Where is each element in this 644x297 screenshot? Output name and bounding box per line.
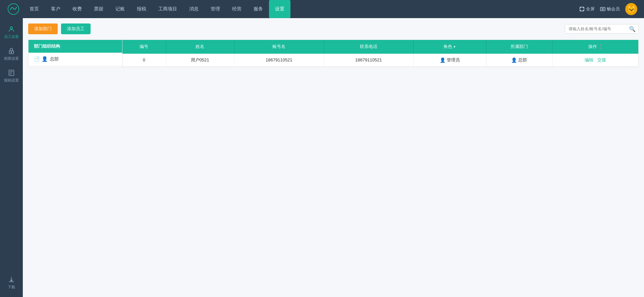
nav-item-设置[interactable]: 设置 [269,0,290,18]
nav-item-客户[interactable]: 客户 [45,0,66,18]
role-person-icon: 👤 [440,57,445,63]
nav-item-首页[interactable]: 首页 [23,0,45,18]
dept-label: 总部 [518,57,527,63]
nav-item-票据[interactable]: 票据 [88,0,109,18]
folder-icon: 📄 [34,56,40,62]
col-header-dept: 所属部门 [486,40,552,54]
logo [3,0,23,18]
svg-point-4 [10,27,12,29]
svg-rect-5 [10,27,12,27]
nav-item-报税[interactable]: 报税 [131,0,152,18]
col-header-account: 账号名 [234,40,324,54]
nav-item-记账[interactable]: 记账 [109,0,131,18]
cell-id: 0 [122,54,166,67]
col-header-phone: 联系电话 [324,40,413,54]
nav-item-经营[interactable]: 经营 [226,0,248,18]
col-header-id: 编号 [122,40,166,54]
search-button[interactable]: 🔍 [626,26,638,32]
cell-actions: 编辑交接 [552,54,638,67]
add-employee-button[interactable]: 添加员工 [61,23,91,34]
nav-item-工商项目[interactable]: 工商项目 [152,0,183,18]
sidebar-item-download[interactable]: 下载 [0,272,23,294]
sidebar-label-employee: 员工设置 [4,34,19,39]
add-dept-button[interactable]: 添加部门 [28,23,58,34]
nav-items: 首页客户收费票据记账报税工商项目消息管理经营服务设置 [23,0,579,18]
toolbar: 添加部门 添加员工 🔍 [28,23,639,34]
col-header-action: 操作 ▲ ▼ [552,40,638,54]
nav-item-管理[interactable]: 管理 [205,0,226,18]
panel-layout: 部门组织结构 📄 👤 总部 编号 姓名 账号名 联系电话 [28,40,639,67]
sidebar: 员工设置 权限设置 报税设置 下载 [0,18,23,297]
fullscreen-button[interactable]: 全屏 [579,6,595,12]
nav-right: 全屏 畅会员 🐱 [579,3,637,15]
member-button[interactable]: 畅会员 [600,6,620,12]
role-label: 管理员 [447,57,460,63]
action-编辑[interactable]: 编辑 [585,57,593,62]
col-header-name: 姓名 [166,40,234,54]
svg-point-7 [11,52,12,53]
top-nav: 首页客户收费票据记账报税工商项目消息管理经营服务设置 全屏 畅会员 🐱 [0,0,644,18]
svg-point-3 [602,8,603,10]
table-header-row: 编号 姓名 账号名 联系电话 角色 ▼ 所属部门 [122,40,638,54]
sidebar-label-tax: 报税设置 [4,78,19,83]
member-label: 畅会员 [607,6,620,12]
org-panel: 部门组织结构 📄 👤 总部 [29,40,122,67]
action-交接[interactable]: 交接 [597,57,606,62]
org-panel-header: 部门组织结构 [29,40,122,53]
table-panel: 编号 姓名 账号名 联系电话 角色 ▼ 所属部门 [122,40,638,67]
cell-dept: 👤 总部 [486,54,552,67]
cell-name: 用户0521 [166,54,234,67]
nav-item-消息[interactable]: 消息 [183,0,205,18]
table-row: 0 用户0521 18679110521 18679110521 👤 管理员 👤… [122,54,638,67]
cell-phone: 18679110521 [324,54,413,67]
nav-item-收费[interactable]: 收费 [66,0,88,18]
role-filter[interactable]: 角色 ▼ [443,44,456,50]
person-icon: 👤 [42,56,48,62]
sidebar-item-employee[interactable]: 员工设置 [0,21,23,43]
org-tree-item[interactable]: 📄 👤 总部 [29,53,122,66]
avatar[interactable]: 🐱 [625,3,637,15]
sidebar-item-tax[interactable]: 报税设置 [0,65,23,87]
main-layout: 员工设置 权限设置 报税设置 下载 [0,18,644,297]
svg-rect-2 [600,7,605,11]
org-item-label: 总部 [50,56,59,62]
fullscreen-label: 全屏 [586,6,595,12]
sidebar-item-permission[interactable]: 权限设置 [0,43,23,65]
employee-table: 编号 姓名 账号名 联系电话 角色 ▼ 所属部门 [122,40,638,67]
dept-person-icon: 👤 [511,57,517,63]
cell-role: 👤 管理员 [413,54,486,67]
filter-icon: ▼ [453,45,456,49]
sidebar-label-permission: 权限设置 [4,56,19,61]
search-input[interactable] [565,24,626,33]
content-area: 添加部门 添加员工 🔍 部门组织结构 📄 👤 总部 [23,18,644,297]
search-box: 🔍 [565,24,639,34]
sidebar-label-download: 下载 [8,285,15,290]
nav-item-服务[interactable]: 服务 [248,0,269,18]
cell-account: 18679110521 [234,54,324,67]
scroll-arrows: ▲ ▼ [599,43,602,50]
col-header-role: 角色 ▼ [413,40,486,54]
